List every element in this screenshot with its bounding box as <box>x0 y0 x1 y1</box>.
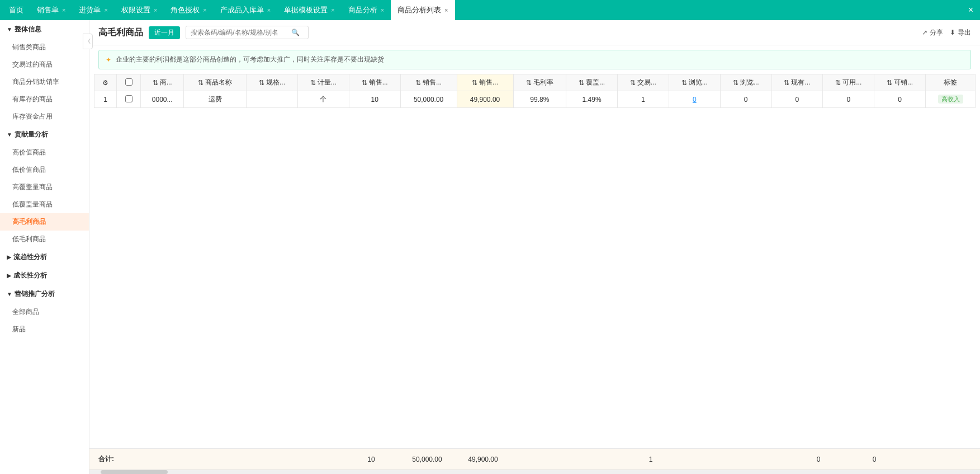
tip-text: 企业的主要的利润都是这部分商品创造的，可考虑加大推广，同时关注库存是不要出现缺货 <box>116 55 384 64</box>
sidebar-item-distribution-rate[interactable]: 商品分销助销率 <box>0 73 89 91</box>
footer-sales-qty: 10 <box>349 456 394 463</box>
nav-purchase-order[interactable]: 进货单 × <box>72 0 114 20</box>
table-container: ⚙ ⇅ 商... <box>89 74 980 448</box>
footer-available: 0 <box>852 456 897 463</box>
sidebar-item-high-value[interactable]: 高价值商品 <box>0 144 89 161</box>
col-transaction[interactable]: ⇅ 交易... <box>618 74 669 91</box>
footer-transaction: 1 <box>628 456 673 463</box>
col-browse2[interactable]: ⇅ 浏览... <box>720 74 771 91</box>
cell-name: 运费 <box>184 91 247 108</box>
col-code[interactable]: ⇅ 商... <box>141 74 184 91</box>
footer-sales-amount: 50,000.00 <box>405 456 449 463</box>
search-icon[interactable]: 🔍 <box>291 29 300 36</box>
share-icon: ↗ <box>922 29 927 36</box>
col-checkbox <box>117 74 141 91</box>
overview-arrow-icon: ▼ <box>7 26 12 32</box>
col-sales-profit[interactable]: ⇅ 销售... <box>457 74 513 91</box>
export-button[interactable]: ⬇ 导出 <box>950 28 971 37</box>
cell-current-stock: 0 <box>771 91 823 108</box>
cell-browse1[interactable]: 0 <box>669 91 720 108</box>
nav-product-analysis-list[interactable]: 商品分析列表 × <box>391 0 455 20</box>
col-spec[interactable]: ⇅ 规格... <box>247 74 298 91</box>
sidebar-group-growth[interactable]: ▶ 成长性分析 <box>0 266 89 285</box>
tip-bar: ✦ 企业的主要的利润都是这部分商品创造的，可考虑加大推广，同时关注库存是不要出现… <box>98 50 971 69</box>
sidebar-item-high-coverage[interactable]: 高覆盖量商品 <box>0 179 89 196</box>
col-coverage[interactable]: ⇅ 覆盖... <box>566 74 618 91</box>
col-available[interactable]: ⇅ 可用... <box>823 74 874 91</box>
nav-finished-goods[interactable]: 产成品入库单 × <box>214 0 277 20</box>
top-navigation: 首页 销售单 × 进货单 × 权限设置 × 角色授权 × 产成品入库单 × 单据… <box>0 0 980 20</box>
nav-product-analysis[interactable]: 商品分析 × <box>342 0 391 20</box>
search-input[interactable] <box>191 29 291 36</box>
row-checkbox[interactable] <box>125 95 132 102</box>
sidebar-item-traded-goods[interactable]: 交易过的商品 <box>0 56 89 73</box>
col-name[interactable]: ⇅ 商品名称 <box>184 74 247 91</box>
close-product-analysis[interactable]: × <box>381 7 384 13</box>
col-index: ⚙ <box>94 74 117 91</box>
content-area: 高毛利商品 近一月 🔍 ↗ 分享 ⬇ 导出 ✦ 企业的主要的利润都是这部分商品创… <box>89 20 980 474</box>
col-tag: 标签 <box>926 74 976 91</box>
content-header: 高毛利商品 近一月 🔍 ↗ 分享 ⬇ 导出 <box>89 20 980 45</box>
cell-saleable: 0 <box>874 91 926 108</box>
col-gross-margin[interactable]: ⇅ 毛利率 <box>513 74 566 91</box>
col-sales-amount[interactable]: ⇅ 销售... <box>400 74 457 91</box>
sidebar-group-contribution[interactable]: ▼ 贡献量分析 <box>0 125 89 144</box>
table-header-row: ⚙ ⇅ 商... <box>94 74 976 91</box>
close-permissions[interactable]: × <box>154 7 157 13</box>
nav-home[interactable]: 首页 <box>2 0 30 20</box>
sidebar-group-trend[interactable]: ▶ 流趋性分析 <box>0 248 89 266</box>
sidebar-item-low-value[interactable]: 低价值商品 <box>0 161 89 179</box>
sidebar-item-sales-goods[interactable]: 销售类商品 <box>0 39 89 56</box>
horizontal-scrollbar[interactable] <box>89 470 980 474</box>
trend-arrow-icon: ▶ <box>7 254 11 260</box>
sidebar-group-overview[interactable]: ▼ 整体信息 <box>0 20 89 39</box>
footer-sales-profit: 49,900.00 <box>461 456 505 463</box>
sidebar-item-high-margin[interactable]: 高毛利商品 <box>0 213 89 231</box>
cell-transaction: 1 <box>618 91 669 108</box>
table-row: 1 0000... 运费 个 10 50,000.00 49,900.00 99… <box>94 91 976 108</box>
sidebar-item-new-products[interactable]: 新品 <box>0 321 89 338</box>
sidebar-group-marketing[interactable]: ▼ 营销推广分析 <box>0 285 89 303</box>
cell-sales-amount: 50,000.00 <box>400 91 457 108</box>
sidebar-item-low-margin[interactable]: 低毛利商品 <box>0 231 89 248</box>
col-browse1[interactable]: ⇅ 浏览... <box>669 74 720 91</box>
cell-sales-qty: 10 <box>349 91 400 108</box>
contribution-arrow-icon: ▼ <box>7 132 12 138</box>
sidebar-item-low-coverage[interactable]: 低覆盖量商品 <box>0 196 89 213</box>
time-filter-button[interactable]: 近一月 <box>149 26 180 39</box>
col-unit[interactable]: ⇅ 计量... <box>297 74 349 91</box>
high-income-badge: 高收入 <box>938 95 963 104</box>
sidebar-item-stock-capital[interactable]: 库存资金占用 <box>0 108 89 125</box>
close-sales-order[interactable]: × <box>62 7 65 13</box>
close-all-button[interactable]: × <box>968 5 978 15</box>
select-all-checkbox[interactable] <box>125 78 132 86</box>
nav-permissions[interactable]: 权限设置 × <box>115 0 164 20</box>
col-current-stock[interactable]: ⇅ 现有... <box>771 74 823 91</box>
export-icon: ⬇ <box>950 29 955 36</box>
close-roles[interactable]: × <box>203 7 206 13</box>
sidebar-item-stocked-goods[interactable]: 有库存的商品 <box>0 91 89 108</box>
col-sales-qty[interactable]: ⇅ 销售... <box>349 74 400 91</box>
sidebar-toggle-button[interactable]: 《 <box>83 34 93 49</box>
nav-template-settings[interactable]: 单据模板设置 × <box>277 0 341 20</box>
settings-icon[interactable]: ⚙ <box>102 79 108 87</box>
close-product-analysis-list[interactable]: × <box>444 7 448 13</box>
close-purchase-order[interactable]: × <box>104 7 107 13</box>
sidebar-item-all-goods[interactable]: 全部商品 <box>0 303 89 321</box>
col-saleable[interactable]: ⇅ 可销... <box>874 74 926 91</box>
growth-arrow-icon: ▶ <box>7 273 11 279</box>
cell-index: 1 <box>94 91 117 108</box>
share-button[interactable]: ↗ 分享 <box>922 28 943 37</box>
main-layout: ▼ 整体信息 销售类商品 交易过的商品 商品分销助销率 有库存的商品 库存资金占… <box>0 20 980 474</box>
nav-sales-order[interactable]: 销售单 × <box>30 0 72 20</box>
nav-roles[interactable]: 角色授权 × <box>164 0 213 20</box>
header-actions: ↗ 分享 ⬇ 导出 <box>922 28 971 37</box>
close-template-settings[interactable]: × <box>331 7 334 13</box>
cell-coverage: 1.49% <box>566 91 618 108</box>
close-finished-goods[interactable]: × <box>267 7 271 13</box>
data-table: ⚙ ⇅ 商... <box>94 74 976 108</box>
cell-tag: 高收入 <box>926 91 976 108</box>
scroll-thumb[interactable] <box>101 470 168 474</box>
footer-label: 合计: <box>98 454 114 464</box>
cell-browse2: 0 <box>720 91 771 108</box>
